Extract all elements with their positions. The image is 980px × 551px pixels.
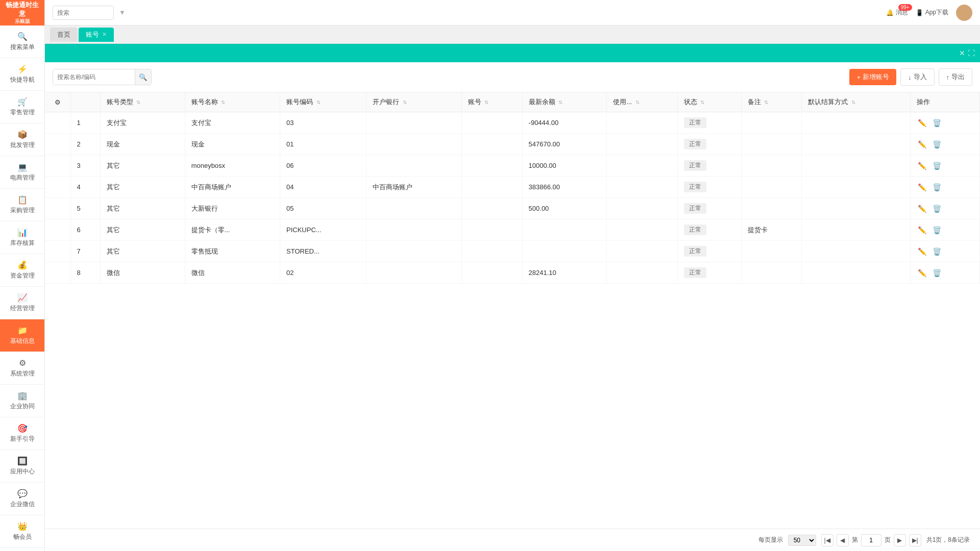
add-account-button[interactable]: + 新增账号 xyxy=(849,69,896,85)
last-page-button[interactable]: ▶| xyxy=(909,534,921,546)
cell-settings xyxy=(45,134,70,155)
edit-button[interactable]: ✏️ xyxy=(917,225,927,235)
sidebar-item-retail[interactable]: 🛒 零售管理 xyxy=(0,91,44,123)
cell-bank xyxy=(366,134,461,155)
sidebar-item-wholesale[interactable]: 📦 批发管理 xyxy=(0,123,44,156)
sort-bank-icon: ⇅ xyxy=(403,99,407,105)
cell-name: 中百商场账户 xyxy=(185,177,280,198)
col-balance[interactable]: 最新余额 ⇅ xyxy=(522,92,607,112)
sidebar-item-nav[interactable]: ⚡ 快捷导航 xyxy=(0,58,44,91)
sidebar-item-purchase[interactable]: 📋 采购管理 xyxy=(0,189,44,221)
col-type[interactable]: 账号类型 ⇅ xyxy=(100,92,185,112)
col-usage[interactable]: 使用... ⇅ xyxy=(607,92,677,112)
sidebar-icon-inventory: 📊 xyxy=(3,228,42,237)
cell-usage xyxy=(607,262,677,284)
sidebar-item-member[interactable]: 👑 畅会员 xyxy=(0,515,44,548)
edit-button[interactable]: ✏️ xyxy=(917,161,927,171)
edit-button[interactable]: ✏️ xyxy=(917,182,927,192)
user-avatar[interactable] xyxy=(956,5,972,21)
sidebar-icon-finance: 💰 xyxy=(3,260,42,270)
sidebar-item-enterprise[interactable]: 🏢 企业协同 xyxy=(0,385,44,417)
cell-remark xyxy=(741,198,802,219)
topbar-search-input[interactable] xyxy=(53,6,114,20)
cell-settle xyxy=(802,198,911,219)
sidebar-label-operation: 经营管理 xyxy=(3,304,42,313)
sidebar-item-finance[interactable]: 💰 资金管理 xyxy=(0,254,44,287)
cell-name: 现金 xyxy=(185,134,280,155)
delete-button[interactable]: 🗑️ xyxy=(932,246,942,257)
cell-status: 正常 xyxy=(677,198,741,219)
topbar-dropdown-icon[interactable]: ▼ xyxy=(119,9,126,16)
cell-account xyxy=(461,262,522,284)
export-button[interactable]: ↑ 导出 xyxy=(939,68,973,86)
sidebar-item-system[interactable]: ⚙ 系统管理 xyxy=(0,352,44,385)
table-row: 5 其它 大新银行 05 500.00 正常 ✏️ 🗑️ xyxy=(45,198,980,219)
app-download-button[interactable]: 📱 App下载 xyxy=(916,8,948,17)
cell-account xyxy=(461,219,522,241)
cell-name: 支付宝 xyxy=(185,112,280,134)
prev-page-button[interactable]: ◀ xyxy=(837,534,849,546)
edit-button[interactable]: ✏️ xyxy=(917,118,927,128)
col-name[interactable]: 账号名称 ⇅ xyxy=(185,92,280,112)
col-status[interactable]: 状态 ⇅ xyxy=(677,92,741,112)
delete-button[interactable]: 🗑️ xyxy=(932,139,942,149)
sidebar-item-inventory[interactable]: 📊 库存核算 xyxy=(0,221,44,254)
tab-account[interactable]: 账号 ✕ xyxy=(79,28,114,42)
messages-button[interactable]: 🔔 消息 99+ xyxy=(886,8,908,17)
delete-button[interactable]: 🗑️ xyxy=(932,225,942,235)
tab-home[interactable]: 首页 xyxy=(50,28,78,42)
delete-button[interactable]: 🗑️ xyxy=(932,161,942,171)
edit-button[interactable]: ✏️ xyxy=(917,139,927,149)
status-badge: 正常 xyxy=(684,203,706,214)
import-button[interactable]: ↓ 导入 xyxy=(900,68,935,86)
cell-type: 微信 xyxy=(100,262,185,284)
download-icon: 📱 xyxy=(916,9,923,16)
delete-button[interactable]: 🗑️ xyxy=(932,204,942,214)
cell-usage xyxy=(607,155,677,177)
sidebar-label-wechat: 企业微信 xyxy=(3,500,42,509)
sidebar: 畅捷通时生意 乐账版 🔍 搜索菜单⚡ 快捷导航🛒 零售管理📦 批发管理💻 电商管… xyxy=(0,0,45,551)
sidebar-item-basic[interactable]: 📁 基础信息 xyxy=(0,319,44,352)
col-settle[interactable]: 默认结算方式 ⇅ xyxy=(802,92,911,112)
sidebar-label-retail: 零售管理 xyxy=(3,108,42,117)
delete-button[interactable]: 🗑️ xyxy=(932,118,942,128)
table-row: 3 其它 moneybosx 06 10000.00 正常 ✏️ 🗑️ xyxy=(45,155,980,177)
cell-balance: 10000.00 xyxy=(522,155,607,177)
col-remark[interactable]: 备注 ⇅ xyxy=(741,92,802,112)
cell-usage xyxy=(607,112,677,134)
sidebar-item-search[interactable]: 🔍 搜索菜单 xyxy=(0,26,44,58)
page-size-select[interactable]: 50 100 200 xyxy=(788,535,816,546)
delete-button[interactable]: 🗑️ xyxy=(932,182,942,192)
sidebar-item-operation[interactable]: 📈 经营管理 xyxy=(0,287,44,319)
table-container: ⚙ 账号类型 ⇅ 账号名称 ⇅ 账号编码 ⇅ 开户银行 ⇅ 账号 ⇅ 最新余额 … xyxy=(45,92,980,529)
app-name: 畅捷通时生意 xyxy=(3,1,42,18)
cell-settings xyxy=(45,219,70,241)
cell-action: ✏️ 🗑️ xyxy=(911,241,980,262)
col-bank[interactable]: 开户银行 ⇅ xyxy=(366,92,461,112)
sidebar-item-guide[interactable]: 🎯 新手引导 xyxy=(0,417,44,450)
add-button-label: 新增账号 xyxy=(863,72,889,82)
col-settings[interactable]: ⚙ xyxy=(45,92,70,112)
import-label: 导入 xyxy=(914,72,927,82)
col-code[interactable]: 账号编码 ⇅ xyxy=(280,92,366,112)
content-close-icon[interactable]: ✕ xyxy=(959,49,965,57)
first-page-button[interactable]: |◀ xyxy=(821,534,834,546)
delete-button[interactable]: 🗑️ xyxy=(932,268,942,278)
col-account[interactable]: 账号 ⇅ xyxy=(461,92,522,112)
cell-status: 正常 xyxy=(677,134,741,155)
page-suffix: 页 xyxy=(885,536,891,544)
sidebar-item-wechat[interactable]: 💬 企业微信 xyxy=(0,483,44,515)
edit-button[interactable]: ✏️ xyxy=(917,204,927,214)
edit-button[interactable]: ✏️ xyxy=(917,246,927,257)
search-button[interactable]: 🔍 xyxy=(135,69,151,85)
cell-usage xyxy=(607,177,677,198)
sidebar-label-finance: 资金管理 xyxy=(3,271,42,280)
sidebar-item-appstore[interactable]: 🔲 应用中心 xyxy=(0,450,44,483)
edit-button[interactable]: ✏️ xyxy=(917,268,927,278)
page-number-input[interactable] xyxy=(861,534,881,546)
account-search-input[interactable] xyxy=(53,69,135,85)
content-expand-icon[interactable]: ⛶ xyxy=(968,49,975,57)
tab-account-close-icon[interactable]: ✕ xyxy=(102,31,107,38)
next-page-button[interactable]: ▶ xyxy=(894,534,906,546)
sidebar-item-ecommerce[interactable]: 💻 电商管理 xyxy=(0,156,44,189)
